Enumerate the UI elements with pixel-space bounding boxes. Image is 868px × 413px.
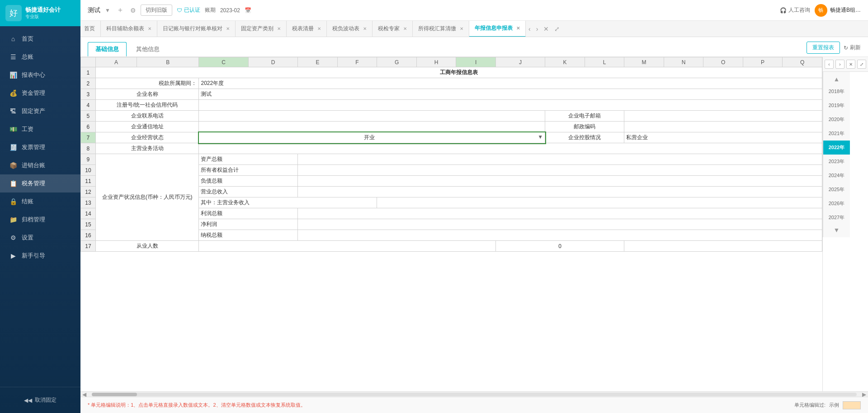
tab-tax-table-close[interactable]: ✕ xyxy=(317,26,321,31)
year-2018[interactable]: 2018年 xyxy=(823,84,850,99)
topbar-settings-icon[interactable]: ⚙ xyxy=(130,7,136,14)
refresh-btn[interactable]: ↻ 刷新 xyxy=(844,44,861,52)
year-2025[interactable]: 2025年 xyxy=(823,183,850,197)
row-14-profit-value[interactable] xyxy=(298,208,822,219)
tab-annual-report-close[interactable]: ✕ xyxy=(516,26,520,31)
row-11-debt-value[interactable] xyxy=(298,176,822,187)
scroll-right-arrow[interactable]: › xyxy=(835,60,844,69)
spreadsheet-container[interactable]: A B C D E F G H I J K L M xyxy=(80,57,822,391)
guide-icon: ▶ xyxy=(9,252,17,259)
year-2027[interactable]: 2027年 xyxy=(823,211,850,225)
tab-income-tax-close[interactable]: ✕ xyxy=(460,26,463,31)
tab-fixed-assets[interactable]: 固定资产类别 ✕ xyxy=(236,21,287,37)
row-9-total-assets-value[interactable] xyxy=(298,154,822,165)
row-8-value[interactable] xyxy=(199,143,822,154)
tab-annual-report[interactable]: 年报信息申报表 ✕ xyxy=(469,21,526,37)
close-panel-btn[interactable]: ✕ xyxy=(846,60,855,69)
topbar-user-btn[interactable]: 畅 畅捷通B组… xyxy=(815,4,861,17)
row-12-revenue-value[interactable] xyxy=(298,187,822,197)
sidebar-item-invoice[interactable]: 🧾 发票管理 xyxy=(0,138,80,156)
tab-journal-close[interactable]: ✕ xyxy=(226,26,230,31)
year-2022[interactable]: 2022年 xyxy=(823,141,850,155)
row-2-num: 2 xyxy=(81,78,96,89)
row-2: 2 税款所属期间： 2022年度 xyxy=(81,78,822,89)
expand-panel-btn[interactable]: ⤢ xyxy=(857,60,866,69)
row-3-value[interactable]: 测试 xyxy=(199,89,822,100)
sidebar-item-guide[interactable]: ▶ 新手引导 xyxy=(0,247,80,265)
tabs-expand[interactable]: ⤢ xyxy=(552,25,562,33)
h-scrollbar[interactable]: ◀ ▶ xyxy=(80,391,868,397)
settings-icon: ⚙ xyxy=(9,234,17,241)
year-nav-down[interactable]: ▼ xyxy=(832,225,842,235)
tabs-nav-next[interactable]: › xyxy=(533,25,541,33)
year-2026[interactable]: 2026年 xyxy=(823,197,850,211)
sidebar-item-reports[interactable]: 📊 报表中心 xyxy=(0,66,80,84)
year-2021[interactable]: 2021年 xyxy=(823,127,850,141)
tab-tax-expert-close[interactable]: ✕ xyxy=(403,26,407,31)
year-2023[interactable]: 2023年 xyxy=(823,155,850,169)
row-13-main-revenue-value[interactable] xyxy=(377,197,822,208)
row-5-email[interactable] xyxy=(624,111,822,122)
sidebar-item-funds[interactable]: 💰 资金管理 xyxy=(0,84,80,102)
row-1-title[interactable]: 工商年报信息表 xyxy=(95,67,822,78)
tab-sub-ledger-close[interactable]: ✕ xyxy=(148,26,151,31)
year-nav-up[interactable]: ▲ xyxy=(832,74,842,84)
tab-income-tax[interactable]: 所得税汇算清缴 ✕ xyxy=(413,21,469,37)
tab-tax-table[interactable]: 税表清册 ✕ xyxy=(287,21,327,37)
h-scroll-track[interactable] xyxy=(92,393,857,396)
row-16-tax-value[interactable] xyxy=(298,230,822,241)
sidebar-item-settings[interactable]: ⚙ 设置 xyxy=(0,229,80,247)
sidebar-item-ledger[interactable]: ☰ 总账 xyxy=(0,48,80,66)
topbar-add-btn[interactable]: ＋ xyxy=(115,5,126,15)
sub-tab-other[interactable]: 其他信息 xyxy=(128,42,167,56)
row-6-address[interactable] xyxy=(199,122,545,132)
row-5-phone[interactable] xyxy=(199,111,545,122)
sidebar-item-label-salary: 工资 xyxy=(22,125,33,133)
topbar-calendar-icon[interactable]: 📅 xyxy=(245,7,251,14)
row-7-status-cell[interactable]: 开业 ▼ xyxy=(199,132,545,143)
tab-tax-expert[interactable]: 税检专家 ✕ xyxy=(373,21,413,37)
tab-sub-ledger[interactable]: 科目辅助余额表 ✕ xyxy=(101,21,157,37)
example-label: 示例 xyxy=(829,402,839,408)
tab-home[interactable]: 首页 xyxy=(84,21,101,37)
row-17-employees-value[interactable]: 0 xyxy=(495,241,624,252)
pin-label: 取消固定 xyxy=(35,396,57,404)
logo-subtitle: 专业版 xyxy=(25,14,61,20)
sub-tab-basic[interactable]: 基础信息 xyxy=(88,42,127,56)
row-10-equity-value[interactable] xyxy=(298,165,822,176)
topbar-dropdown-arrow[interactable]: ▼ xyxy=(105,7,110,14)
year-2024[interactable]: 2024年 xyxy=(823,169,850,183)
h-scroll-thumb[interactable] xyxy=(92,393,137,396)
scroll-left-arrow[interactable]: ‹ xyxy=(825,60,834,69)
sidebar-item-home[interactable]: ⌂ 首页 xyxy=(0,30,80,48)
tab-tax-fluctuation[interactable]: 税负波动表 ✕ xyxy=(327,21,373,37)
dropdown-arrow-icon[interactable]: ▼ xyxy=(538,134,543,140)
year-2019[interactable]: 2019年 xyxy=(823,99,850,113)
sidebar-item-assets[interactable]: 🏗 固定资产 xyxy=(0,102,80,120)
sidebar-pin-btn[interactable]: ◀◀ 取消固定 xyxy=(0,392,80,408)
tab-tax-fluctuation-close[interactable]: ✕ xyxy=(363,26,367,31)
sidebar-item-salary[interactable]: 💵 工资 xyxy=(0,120,80,138)
tab-fixed-assets-close[interactable]: ✕ xyxy=(277,26,281,31)
topbar-service-btn[interactable]: 🎧 人工咨询 xyxy=(780,6,810,14)
reset-report-btn[interactable]: 重置报表 xyxy=(807,42,840,54)
sidebar-item-closing[interactable]: 🔒 结账 xyxy=(0,192,80,211)
sidebar-item-tax[interactable]: 📋 税务管理 xyxy=(0,174,80,192)
topbar-old-version-btn[interactable]: 切到旧版 xyxy=(141,5,172,16)
col-header-d: D xyxy=(248,57,297,67)
tab-journal[interactable]: 日记账与银行对账单核对 ✕ xyxy=(157,21,236,37)
row-3: 3 企业名称 测试 xyxy=(81,89,822,100)
col-header-m: M xyxy=(624,57,664,67)
row-15-net-profit-value[interactable] xyxy=(298,219,822,230)
year-2020[interactable]: 2020年 xyxy=(823,113,850,127)
row-2-value[interactable]: 2022年度 xyxy=(199,78,822,89)
row-16-tax-label: 纳税总额 xyxy=(199,230,298,241)
sidebar-item-archive[interactable]: 📁 归档管理 xyxy=(0,211,80,229)
tabs-close-all[interactable]: ✕ xyxy=(541,25,552,33)
row-7-holding-value[interactable]: 私营企业 xyxy=(624,132,822,143)
sidebar-item-stock[interactable]: 📦 进销台账 xyxy=(0,156,80,174)
tabs-nav-prev[interactable]: ‹ xyxy=(526,25,533,33)
row-6: 6 企业通信地址 邮政编码 xyxy=(81,122,822,132)
row-4-value[interactable] xyxy=(199,100,822,111)
row-6-postcode[interactable] xyxy=(624,122,822,132)
